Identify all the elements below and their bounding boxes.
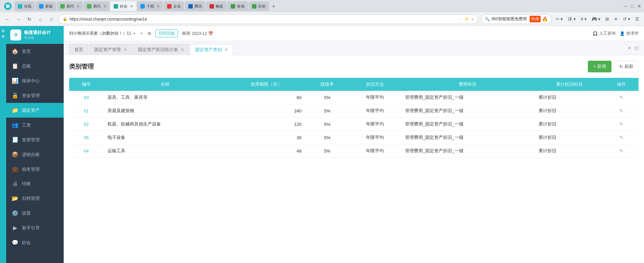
browser-tab-4[interactable]: 好会 ✕ — [110, 1, 136, 11]
reload-button[interactable]: ↻ — [25, 15, 34, 23]
forward-button[interactable]: → — [14, 15, 23, 23]
address-dropdown-icon[interactable]: ⋯ — [458, 17, 462, 21]
grid-tool[interactable]: ⊞ — [604, 16, 610, 22]
tab-home[interactable]: 首页 — [69, 44, 88, 55]
tab-3-close[interactable]: ✕ — [103, 4, 106, 8]
wallet-tool[interactable]: ¥ ▾ — [579, 16, 588, 22]
browser-tab-9[interactable]: 各地 — [227, 1, 248, 11]
row4-method: 年限平均 — [349, 144, 401, 158]
browser-tab-7[interactable]: 腾讯 — [185, 1, 205, 11]
inner-maximize-btn[interactable]: ⊡ — [634, 45, 639, 51]
maximize-button[interactable]: □ — [631, 3, 634, 9]
sidebar-item-reports[interactable]: 📊 报表中心 — [6, 73, 64, 88]
browser-tab-10[interactable]: 目前 — [249, 1, 269, 11]
row2-name: 机器、机械和其他生产设备 — [103, 118, 227, 131]
switch-version-btn[interactable]: 切到旧版 — [155, 29, 178, 37]
sidebar-item-fixed-assets[interactable]: 📁 固定资产 — [6, 103, 64, 118]
row4-edit-btn[interactable]: ✎ — [619, 148, 623, 154]
browser-tab-2[interactable]: 易代 ✕ — [57, 1, 83, 11]
new-tab-button[interactable]: ＋ — [270, 2, 277, 10]
tab-category-close[interactable]: ✕ — [225, 47, 228, 52]
brightness-tool[interactable]: ☀ — [613, 16, 619, 22]
tab-depreciation[interactable]: 固定资产折旧统计表 ✕ — [133, 44, 189, 55]
tab-asset-mgmt[interactable]: 固定资产管理 ✕ — [89, 44, 132, 55]
add-account-btn[interactable]: ＋ — [139, 31, 143, 36]
row1-period: 240 — [227, 104, 306, 118]
row2-edit-btn[interactable]: ✎ — [619, 121, 623, 127]
cut-tool[interactable]: ✂ ▾ — [554, 16, 565, 22]
browser-tab-3[interactable]: 易代 ✕ — [84, 1, 110, 11]
address-action-icon[interactable]: ⚡ — [464, 17, 469, 21]
sidebar-item-salary[interactable]: 👥 工资 — [6, 118, 64, 132]
tab-depreciation-close[interactable]: ✕ — [181, 47, 184, 52]
refresh-button[interactable]: ↻ 刷新 — [614, 61, 639, 72]
tab-8-icon — [210, 4, 214, 9]
row3-edit-btn[interactable]: ✎ — [619, 135, 623, 140]
row1-edit-btn[interactable]: ✎ — [619, 108, 623, 113]
tab-asset-mgmt-close[interactable]: ✕ — [124, 47, 127, 52]
tab-0-label: 在线 — [24, 4, 31, 9]
sidebar-label-closing: 结账 — [22, 181, 31, 187]
row2-code: 02 — [69, 118, 103, 131]
logo-text-block: 畅捷通好会计 专业版 — [24, 30, 51, 40]
back-button[interactable]: ← — [3, 15, 12, 23]
calendar-icon[interactable]: 📅 — [208, 31, 213, 36]
tabs-bar: 首页 固定资产管理 ✕ 固定资产折旧统计表 ✕ 固定资产类别 ✕ ✕ ⊡ — [64, 41, 644, 55]
close-window-button[interactable]: ✕ — [637, 3, 641, 9]
minimize-button[interactable]: ─ — [624, 3, 628, 9]
sidebar-label-archive: 归档管理 — [22, 195, 40, 202]
browser-tab-8[interactable]: 畅提 — [206, 1, 227, 11]
bookmark-button[interactable]: ☆ — [47, 15, 55, 23]
sidebar-item-finance[interactable]: 🔒 资金管理 — [6, 88, 64, 103]
row2-code-link[interactable]: 02 — [84, 122, 89, 127]
sidebar-item-ledger[interactable]: 📋 总账 — [6, 59, 64, 73]
tab-category[interactable]: 固定资产类别 ✕ — [190, 44, 233, 55]
row3-method: 年限平均 — [349, 131, 401, 144]
tab-4-close[interactable]: ✕ — [130, 4, 133, 8]
tab-5-close[interactable]: ✕ — [157, 4, 160, 8]
user-profile-btn[interactable]: 👤 徐泽华 — [620, 31, 639, 36]
sidebar-item-guide[interactable]: ▶ 新手引导 — [6, 220, 64, 235]
history-tool[interactable]: ↺ ▾ — [621, 16, 632, 22]
sidebar-item-haohui[interactable]: 💬 好会 — [6, 235, 64, 250]
game-tool[interactable]: 🎮 ▾ — [590, 16, 602, 22]
sidebar-item-settings[interactable]: ⚙️ 设置 — [6, 206, 64, 220]
logo-sub: 专业版 — [24, 35, 51, 40]
browser-tab-0[interactable]: 在线 — [14, 1, 35, 11]
sidebar-label-tax: 税务管理 — [22, 166, 40, 172]
inner-close-btn[interactable]: ✕ — [628, 45, 632, 51]
search-bar[interactable]: 🔍 360智能抠图免费用 热搜 🔥 — [481, 14, 552, 24]
home-button[interactable]: ⌂ — [36, 15, 45, 23]
row3-code-link[interactable]: 05 — [84, 135, 89, 140]
sidebar-item-sales[interactable]: 📦 进销台账 — [6, 147, 64, 162]
row1-code-link[interactable]: 01 — [84, 108, 89, 113]
address-bar[interactable]: 🔒 https://cloud.chanjet.com/accounting/u… — [58, 14, 478, 24]
tab-6-icon — [167, 4, 172, 9]
sidebar-item-home[interactable]: 🏠 首页 — [6, 44, 64, 59]
address-chevron-icon[interactable]: ∨ — [471, 17, 474, 21]
col-name: 名称 — [103, 78, 227, 91]
sidebar-item-archive[interactable]: 📂 归档管理 — [6, 191, 64, 206]
row0-edit-btn[interactable]: ✎ — [619, 95, 623, 100]
dropdown-icon[interactable]: ▾ — [133, 31, 135, 36]
sidebar-item-closing[interactable]: 🖨 结账 — [6, 177, 64, 191]
menu-tool[interactable]: ☰ — [634, 16, 641, 22]
url-text: https://cloud.chanjet.com/accounting/uw1… — [70, 17, 456, 22]
browser-tab-5[interactable]: 个税 ✕ — [137, 1, 163, 11]
tab-4-label: 好会 — [120, 4, 127, 9]
table-row: 04 运输工具 48 5% 年限平均 管理费用_固定资产折旧_一级 累计折旧 ✎ — [69, 144, 639, 158]
sidebar: ✈ 畅捷通好会计 专业版 🏠 首页 📋 总账 📊 报表中心 🔒 资金管理 📁 固… — [6, 26, 64, 263]
sidebar-label-finance: 资金管理 — [22, 93, 40, 99]
add-category-button[interactable]: + 新增 — [588, 61, 611, 72]
browser-tab-6[interactable]: 企业 — [164, 1, 184, 11]
tab-2-close[interactable]: ✕ — [77, 4, 79, 8]
translate-tool[interactable]: 译 ▾ — [566, 15, 577, 23]
row4-code-link[interactable]: 04 — [84, 148, 89, 154]
help-btn[interactable]: 🎧 人工咨询 — [593, 31, 616, 36]
row3-residual: 5% — [306, 131, 349, 144]
gear-btn[interactable]: ⚙ — [148, 31, 151, 36]
sidebar-item-invoice[interactable]: 🧾 发票管理 — [6, 132, 64, 147]
browser-tab-1[interactable]: 新版 — [36, 1, 56, 11]
sidebar-item-tax[interactable]: 💼 税务管理 — [6, 162, 64, 177]
row0-code-link[interactable]: 03 — [84, 95, 89, 100]
